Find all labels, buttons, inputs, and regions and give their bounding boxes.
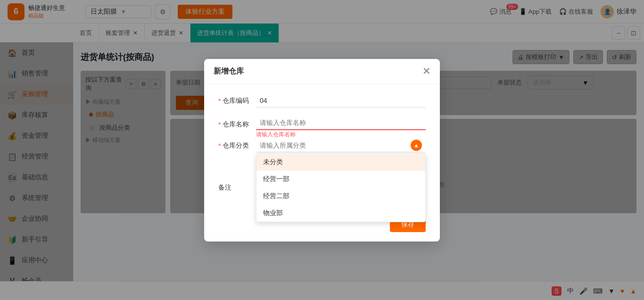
- new-warehouse-dialog: 新增仓库 ✕ * 仓库编码 * 仓库名称: [204, 59, 440, 242]
- category-select-wrapper: ▲ 未分类 经营一部 经营二部 物业部: [256, 139, 426, 152]
- dialog-title: 新增仓库: [214, 67, 244, 76]
- dropdown-item-dept3[interactable]: 物业部: [256, 205, 425, 222]
- name-error-msg: 请输入仓库名称: [256, 131, 296, 139]
- overlay: 新增仓库 ✕ * 仓库编码 * 仓库名称: [0, 0, 644, 300]
- warehouse-name-field: * 仓库名称 请输入仓库名称: [218, 116, 426, 130]
- dialog-header: 新增仓库 ✕: [204, 59, 440, 84]
- note-label: 备注: [218, 181, 256, 192]
- dialog-body: * 仓库编码 * 仓库名称 请输入仓库名称: [204, 84, 440, 212]
- warehouse-category-field: * 仓库分类 ▲ 未分类 经营一部 经营二部 物业部: [218, 139, 426, 152]
- dialog-close-button[interactable]: ✕: [422, 67, 430, 76]
- category-dropdown-arrow[interactable]: ▲: [411, 140, 422, 151]
- code-input[interactable]: [256, 94, 426, 108]
- name-input[interactable]: [256, 116, 426, 130]
- category-dropdown: 未分类 经营一部 经营二部 物业部: [256, 153, 426, 222]
- dropdown-item-dept1[interactable]: 经营一部: [256, 171, 425, 188]
- category-input[interactable]: [256, 139, 426, 152]
- code-label: * 仓库编码: [218, 94, 256, 105]
- dropdown-item-dept2[interactable]: 经营二部: [256, 188, 425, 205]
- category-label: * 仓库分类: [218, 139, 256, 150]
- name-label: * 仓库名称: [218, 117, 256, 129]
- dropdown-item-uncategorized[interactable]: 未分类: [256, 154, 425, 171]
- warehouse-code-field: * 仓库编码: [218, 94, 426, 108]
